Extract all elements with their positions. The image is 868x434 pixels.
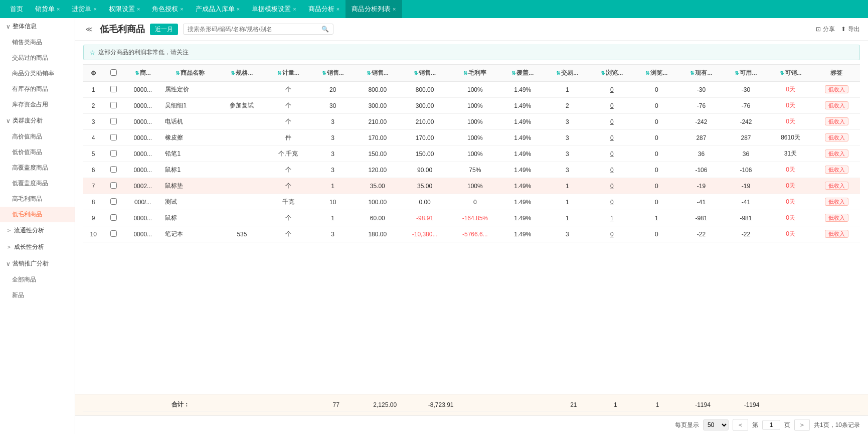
nav-product-entry[interactable]: 产成品入库单 × <box>190 0 246 18</box>
row-checkbox[interactable] <box>103 226 123 242</box>
nav-home[interactable]: 首页 <box>4 0 29 18</box>
row-checkbox[interactable] <box>103 210 123 226</box>
row-browse2: 0 <box>634 130 679 146</box>
col-sale-amount[interactable]: ⇅销售... <box>400 65 450 82</box>
row-index: 3 <box>83 114 103 130</box>
row-sellable: 31天 <box>768 146 813 162</box>
row-checkbox[interactable] <box>103 194 123 210</box>
col-browse1[interactable]: ⇅浏览... <box>590 65 634 82</box>
nav-permissions-close[interactable]: × <box>137 6 140 12</box>
row-browse1[interactable]: 0 <box>590 194 634 210</box>
sidebar-item-high-gross[interactable]: 高毛利商品 <box>0 191 75 207</box>
row-browse1[interactable]: 0 <box>590 82 634 98</box>
row-checkbox[interactable] <box>103 162 123 178</box>
row-checkbox[interactable] <box>103 178 123 194</box>
prev-page-button[interactable]: ＜ <box>733 419 748 431</box>
row-checkbox[interactable] <box>103 146 123 162</box>
row-checkbox[interactable] <box>103 98 123 114</box>
filter-button[interactable]: 近一月 <box>150 24 178 35</box>
sidebar-item-high-coverage[interactable]: 高覆盖度商品 <box>0 160 75 176</box>
nav-product-close[interactable]: × <box>237 6 240 12</box>
sidebar-group-marketing[interactable]: ∨ 营销推广分析 <box>0 255 75 272</box>
row-browse1[interactable]: 1 <box>590 210 634 226</box>
row-select[interactable] <box>110 118 117 124</box>
col-sale-price[interactable]: ⇅销售... <box>355 65 400 82</box>
sidebar-group-growth[interactable]: ＞ 成长性分析 <box>0 239 75 255</box>
row-checkbox[interactable] <box>103 82 123 98</box>
col-browse2[interactable]: ⇅浏览... <box>634 65 679 82</box>
col-name[interactable]: ⇅商品名称 <box>162 65 218 82</box>
per-page-select[interactable]: 50 100 200 <box>703 419 729 430</box>
row-checkbox[interactable] <box>103 130 123 146</box>
export-button[interactable]: ⬆ 导出 <box>841 25 860 34</box>
sidebar-item-stock-capital[interactable]: 库存资金占用 <box>0 97 75 112</box>
row-select[interactable] <box>110 214 117 221</box>
col-gross-rate[interactable]: ⇅毛利率 <box>450 65 500 82</box>
sidebar-item-stock-goods[interactable]: 有库存的商品 <box>0 81 75 97</box>
row-select[interactable] <box>110 166 117 173</box>
row-spec <box>218 114 266 130</box>
nav-template-close[interactable]: × <box>293 6 296 12</box>
row-select[interactable] <box>110 86 117 92</box>
nav-role-auth[interactable]: 角色授权 × <box>146 0 189 18</box>
footer-totals: 合计： 77 2,125.00 -8,723.91 21 1 1 -1194 -… <box>75 394 868 415</box>
col-coverage[interactable]: ⇅覆盖... <box>500 65 545 82</box>
sidebar-group-class[interactable]: ∨ 类群度分析 <box>0 112 75 129</box>
nav-template[interactable]: 单据模板设置 × <box>246 0 302 18</box>
row-checkbox[interactable] <box>103 114 123 130</box>
row-browse1[interactable]: 0 <box>590 146 634 162</box>
sidebar-item-traded-goods[interactable]: 交易过的商品 <box>0 50 75 66</box>
next-page-button[interactable]: ＞ <box>794 419 810 431</box>
row-browse1[interactable]: 0 <box>590 226 634 242</box>
col-current[interactable]: ⇅现有... <box>679 65 724 82</box>
row-select[interactable] <box>110 150 117 157</box>
sidebar-group-overall[interactable]: ∨ 整体信息 <box>0 18 75 35</box>
page-number-input[interactable] <box>762 420 780 430</box>
row-browse1[interactable]: 0 <box>590 130 634 146</box>
row-browse1[interactable]: 0 <box>590 114 634 130</box>
nav-analysis-list[interactable]: 商品分析列表 × <box>345 0 402 18</box>
col-code[interactable]: ⇅商... <box>123 65 162 82</box>
sidebar-item-low-value[interactable]: 低价值商品 <box>0 144 75 160</box>
group-arrow-marketing: ∨ <box>6 260 11 267</box>
nav-purchase[interactable]: 进货单 × <box>66 0 102 18</box>
nav-permissions[interactable]: 权限设置 × <box>103 0 146 18</box>
nav-analysis-list-close[interactable]: × <box>393 6 396 12</box>
row-select[interactable] <box>110 182 117 189</box>
nav-product-analysis[interactable]: 商品分析 × <box>302 0 345 18</box>
sidebar-group-circulation[interactable]: ＞ 流通性分析 <box>0 222 75 239</box>
row-select[interactable] <box>110 198 117 205</box>
nav-sales[interactable]: 销货单 × <box>29 0 66 18</box>
col-sale-qty[interactable]: ⇅销售... <box>310 65 355 82</box>
row-browse1[interactable]: 0 <box>590 178 634 194</box>
row-browse1[interactable]: 0 <box>590 162 634 178</box>
row-browse1[interactable]: 0 <box>590 98 634 114</box>
col-trade[interactable]: ⇅交易... <box>545 65 590 82</box>
nav-role-close[interactable]: × <box>180 6 183 12</box>
sidebar-collapse-btn[interactable]: ≪ <box>83 23 95 35</box>
col-available[interactable]: ⇅可用... <box>724 65 768 82</box>
table-row: 9 0000... 鼠标 个 1 60.00 -98.91 -164.85% 1… <box>83 210 860 226</box>
nav-analysis-close[interactable]: × <box>336 6 339 12</box>
sidebar-item-category-rate[interactable]: 商品分类助销率 <box>0 66 75 81</box>
row-select[interactable] <box>110 102 117 108</box>
nav-purchase-close[interactable]: × <box>93 6 96 12</box>
sidebar-item-high-value[interactable]: 高价值商品 <box>0 129 75 144</box>
row-select[interactable] <box>110 134 117 140</box>
col-unit[interactable]: ⇅计量... <box>266 65 310 82</box>
col-sellable[interactable]: ⇅可销... <box>768 65 813 82</box>
col-settings[interactable]: ⚙ <box>83 65 103 82</box>
row-select[interactable] <box>110 230 117 237</box>
search-input[interactable] <box>188 26 321 33</box>
col-spec[interactable]: ⇅规格... <box>218 65 266 82</box>
nav-sales-close[interactable]: × <box>57 6 60 12</box>
sidebar-item-sales-goods[interactable]: 销售类商品 <box>0 35 75 50</box>
share-button[interactable]: ⊡ 分享 <box>816 25 835 34</box>
search-icon[interactable]: 🔍 <box>321 26 329 33</box>
tag-badge: 低收入 <box>825 117 848 125</box>
sidebar-item-low-gross[interactable]: 低毛利商品 <box>0 207 75 222</box>
sidebar-item-new-goods[interactable]: 新品 <box>0 287 75 303</box>
select-all-checkbox[interactable] <box>110 69 117 76</box>
sidebar-item-low-coverage[interactable]: 低覆盖度商品 <box>0 176 75 191</box>
sidebar-item-all-goods[interactable]: 全部商品 <box>0 272 75 287</box>
